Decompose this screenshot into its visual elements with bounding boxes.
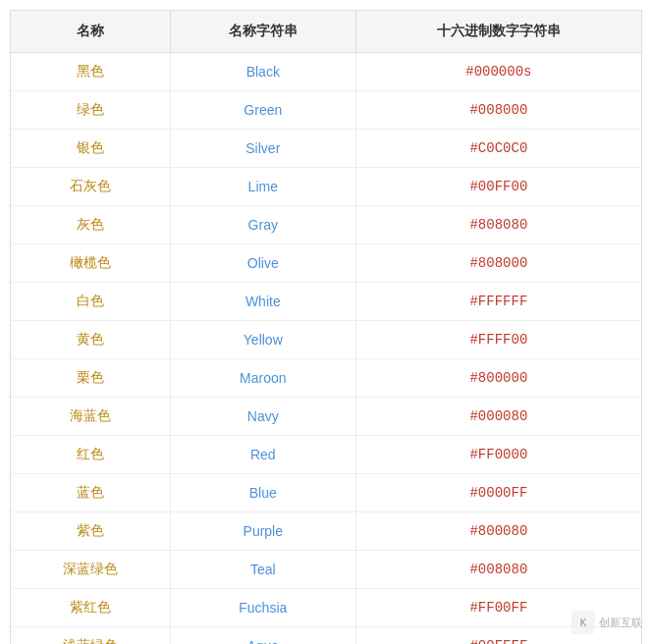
table-row: 蓝色Blue#0000FF — [11, 474, 641, 512]
cell-hex-0: #000000s — [355, 53, 641, 91]
cell-hex-1: #008000 — [355, 91, 641, 130]
cell-english-12: Purple — [170, 512, 355, 551]
cell-english-11: Blue — [170, 474, 355, 512]
cell-chinese-13: 深蓝绿色 — [11, 551, 170, 589]
cell-chinese-3: 石灰色 — [11, 168, 170, 206]
watermark-icon: K — [571, 611, 595, 634]
cell-english-8: Maroon — [170, 359, 355, 398]
table-row: 银色Silver#C0C0C0 — [11, 130, 641, 168]
cell-hex-11: #0000FF — [355, 474, 641, 512]
cell-chinese-6: 白色 — [11, 283, 170, 321]
cell-hex-2: #C0C0C0 — [355, 130, 641, 168]
cell-chinese-5: 橄榄色 — [11, 244, 170, 283]
table-row: 绿色Green#008000 — [11, 91, 641, 130]
cell-chinese-9: 海蓝色 — [11, 398, 170, 436]
cell-english-13: Teal — [170, 551, 355, 589]
cell-chinese-8: 栗色 — [11, 359, 170, 398]
cell-english-4: Gray — [170, 206, 355, 244]
color-table: 名称 名称字符串 十六进制数字字符串 黑色Black#000000s绿色Gree… — [11, 11, 641, 644]
cell-hex-3: #00FF00 — [355, 168, 641, 206]
cell-chinese-15: 浅蓝绿色 — [11, 627, 170, 645]
cell-hex-10: #FF0000 — [355, 436, 641, 474]
table-header-row: 名称 名称字符串 十六进制数字字符串 — [11, 11, 641, 53]
cell-english-5: Olive — [170, 244, 355, 283]
table-row: 石灰色Lime#00FF00 — [11, 168, 641, 206]
table-body: 黑色Black#000000s绿色Green#008000银色Silver#C0… — [11, 53, 641, 645]
cell-hex-6: #FFFFFF — [355, 283, 641, 321]
watermark-text: 创新互联 — [599, 616, 642, 630]
table-row: 深蓝绿色Teal#008080 — [11, 551, 641, 589]
col-header-hex: 十六进制数字字符串 — [355, 11, 641, 53]
cell-hex-8: #800000 — [355, 359, 641, 398]
color-table-container: 名称 名称字符串 十六进制数字字符串 黑色Black#000000s绿色Gree… — [10, 10, 642, 644]
table-row: 紫红色Fuchsia#FF00FF — [11, 589, 641, 627]
cell-english-1: Green — [170, 91, 355, 130]
cell-hex-7: #FFFF00 — [355, 321, 641, 359]
cell-chinese-14: 紫红色 — [11, 589, 170, 627]
table-row: 灰色Gray#808080 — [11, 206, 641, 244]
cell-chinese-7: 黄色 — [11, 321, 170, 359]
table-row: 红色Red#FF0000 — [11, 436, 641, 474]
table-row: 浅蓝绿色Aqua#00FFFF — [11, 627, 641, 645]
cell-english-9: Navy — [170, 398, 355, 436]
cell-hex-5: #808000 — [355, 244, 641, 283]
cell-chinese-11: 蓝色 — [11, 474, 170, 512]
table-row: 橄榄色Olive#808000 — [11, 244, 641, 283]
cell-chinese-1: 绿色 — [11, 91, 170, 130]
cell-english-10: Red — [170, 436, 355, 474]
table-row: 黄色Yellow#FFFF00 — [11, 321, 641, 359]
cell-chinese-10: 红色 — [11, 436, 170, 474]
cell-chinese-0: 黑色 — [11, 53, 170, 91]
cell-chinese-2: 银色 — [11, 130, 170, 168]
table-row: 白色White#FFFFFF — [11, 283, 641, 321]
cell-english-7: Yellow — [170, 321, 355, 359]
cell-english-2: Silver — [170, 130, 355, 168]
col-header-english: 名称字符串 — [170, 11, 355, 53]
cell-english-0: Black — [170, 53, 355, 91]
cell-english-14: Fuchsia — [170, 589, 355, 627]
cell-chinese-12: 紫色 — [11, 512, 170, 551]
cell-english-15: Aqua — [170, 627, 355, 645]
cell-hex-13: #008080 — [355, 551, 641, 589]
table-row: 黑色Black#000000s — [11, 53, 641, 91]
cell-hex-12: #800080 — [355, 512, 641, 551]
table-row: 紫色Purple#800080 — [11, 512, 641, 551]
table-row: 栗色Maroon#800000 — [11, 359, 641, 398]
cell-english-6: White — [170, 283, 355, 321]
cell-hex-9: #000080 — [355, 398, 641, 436]
cell-chinese-4: 灰色 — [11, 206, 170, 244]
cell-english-3: Lime — [170, 168, 355, 206]
col-header-chinese: 名称 — [11, 11, 170, 53]
table-row: 海蓝色Navy#000080 — [11, 398, 641, 436]
cell-hex-4: #808080 — [355, 206, 641, 244]
watermark: K 创新互联 — [571, 611, 642, 634]
